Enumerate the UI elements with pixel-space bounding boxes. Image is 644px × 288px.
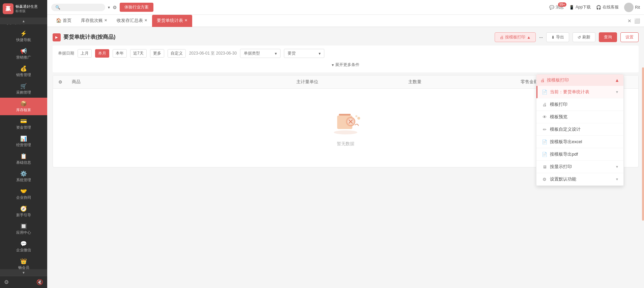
chevron-down-icon: ▾	[275, 51, 277, 56]
app-name: 畅赢通好生意	[16, 4, 38, 9]
sidebar-item-sales[interactable]: 💰 销售管理	[0, 63, 47, 80]
mute-icon[interactable]: 🔇	[36, 279, 43, 285]
sidebar-item-basic[interactable]: 📋 基础信息	[0, 150, 47, 168]
refresh-button[interactable]: ↺ 刷新	[573, 32, 595, 42]
expand-more-btn[interactable]: ▾ 展开更多条件	[329, 61, 362, 69]
sidebar-item-marketing[interactable]: 📢 营销推广	[0, 45, 47, 63]
template-print-item[interactable]: 🖨 模板打印	[536, 98, 623, 111]
date-custom[interactable]: 自定义	[168, 49, 186, 58]
topbar-search-box[interactable]: 🔍	[51, 4, 105, 11]
tab-close-icon[interactable]: ✕	[184, 18, 187, 23]
date-last-month[interactable]: 上月	[78, 49, 92, 58]
tabs-right: ✕ ⬜	[627, 18, 640, 24]
sidebar-item-label: 快捷导航	[16, 37, 31, 42]
date-last-7days[interactable]: 近7天	[130, 49, 147, 58]
topbar-dropdown[interactable]: ▾	[108, 5, 110, 10]
settings-icon[interactable]: ⚙	[4, 279, 9, 285]
template-preview-item[interactable]: 👁 模板预览	[536, 111, 623, 123]
svg-point-7	[357, 117, 360, 120]
sidebar-item-system[interactable]: ⚙️ 系统管理	[0, 168, 47, 185]
tab-order-stats[interactable]: 要货单统计表 ✕	[152, 15, 192, 27]
print-template-button[interactable]: 🖨 按模板打印 ▲	[495, 32, 536, 42]
set-default-item[interactable]: ⚙ 设置默认功能 ▾	[536, 173, 623, 186]
guide-icon: 🧭	[20, 205, 27, 212]
display-print-item[interactable]: 🖥 按显示打印 ▾	[536, 161, 623, 173]
date-this-year[interactable]: 本年	[113, 49, 127, 58]
sidebar-item-quick-nav[interactable]: ⚡ 快捷导航	[0, 28, 47, 45]
date-more[interactable]: 更多	[150, 49, 164, 58]
sidebar-item-operation[interactable]: 📊 经营管理	[0, 133, 47, 150]
empty-text: 暂无数据	[337, 141, 354, 147]
print-icon: 🖨	[500, 35, 504, 40]
sidebar-scroll-down[interactable]: ▼	[0, 269, 47, 276]
topbar-gear-icon[interactable]: ⚙	[113, 5, 117, 10]
tab-batch-account[interactable]: 库存批次账 ✕	[76, 15, 112, 27]
expand-sidebar-btn[interactable]: ▶	[53, 33, 61, 41]
unit-label: 主计量单位	[296, 79, 318, 84]
online-service-button[interactable]: 🎧 在线客服	[596, 4, 619, 10]
sidebar-item-guide[interactable]: 🧭 新手引导	[0, 203, 47, 220]
sidebar-item-finance[interactable]: 💳 资金管理	[0, 115, 47, 133]
template-print-label: 模板打印	[550, 101, 567, 107]
filter-row-1: 单据日期 上月 本月 本年 近7天 更多 自定义 2023-06-01 至 20…	[58, 49, 633, 58]
expand-icon: ▾	[332, 63, 334, 67]
col-check: ⚙	[58, 79, 72, 85]
top-actions: 🖨 按模板打印 ▲ ··· ⬇ 导出 ↺ 刷新 查询 设置	[495, 32, 639, 42]
export-icon: ⬇	[551, 35, 555, 40]
goods-type-select[interactable]: 要货 ▾	[284, 49, 324, 58]
sidebar-item-label: 资金管理	[16, 125, 31, 130]
sidebar-item-wechat[interactable]: 💬 企业微信	[0, 238, 47, 255]
filter-bar: 单据日期 上月 本月 本年 近7天 更多 自定义 2023-06-01 至 20…	[53, 45, 639, 72]
date-this-month[interactable]: 本月	[95, 49, 109, 58]
template-design-item[interactable]: ✏ 模板自定义设计	[536, 123, 623, 136]
settings-col-icon[interactable]: ⚙	[58, 79, 62, 85]
sidebar-item-collab[interactable]: 🤝 企业协同	[0, 185, 47, 203]
app-download-button[interactable]: 📱 App下载	[569, 4, 591, 10]
template-print-icon: 🖨	[542, 102, 547, 107]
export-excel-icon: 📄	[542, 139, 547, 145]
sidebar-scroll-up[interactable]: ▲	[0, 18, 47, 24]
tab-home[interactable]: 🏠 首页	[51, 15, 76, 27]
template-preview-label: 模板预览	[550, 114, 567, 120]
tab-expand[interactable]: ⬜	[634, 18, 640, 24]
quick-nav-icon: ⚡	[20, 30, 27, 37]
tab-close-icon[interactable]: ✕	[144, 18, 147, 23]
print-arrow-icon: ▲	[527, 35, 531, 40]
right-scrollbar[interactable]	[642, 67, 644, 221]
trial-button[interactable]: 体验行业方案	[120, 3, 153, 12]
sales-icon: 💰	[20, 65, 27, 72]
tab-receipts-summary[interactable]: 收发存汇总表 ✕	[112, 15, 152, 27]
online-service-label: 在线客服	[603, 4, 619, 10]
app-logo: 赢 畅赢通好生意 标准版	[0, 0, 47, 18]
svg-point-8	[355, 115, 357, 117]
sidebar-item-inventory[interactable]: 📦 库存核算	[0, 98, 47, 115]
export-button[interactable]: ⬇ 导出	[546, 32, 569, 42]
export-pdf-item[interactable]: 📄 按模板导出pdf	[536, 148, 623, 161]
tab-close-icon[interactable]: ✕	[104, 18, 107, 23]
appstore-icon: 🔲	[20, 223, 27, 229]
sidebar-item-purchase[interactable]: 🛒 采购管理	[0, 80, 47, 98]
print-dropdown-close[interactable]: ▲	[615, 77, 619, 83]
date-label: 单据日期	[58, 51, 74, 56]
print-label: 按模板打印	[505, 34, 525, 40]
export-excel-item[interactable]: 📄 按模板导出excel	[536, 136, 623, 148]
svg-point-0	[334, 130, 357, 134]
sidebar-item-label: 系统管理	[16, 178, 31, 183]
messages-button[interactable]: 💬 消息 99+	[549, 4, 564, 10]
sidebar-item-label: 企业协同	[16, 195, 31, 200]
app-version: 标准版	[16, 9, 38, 13]
sidebar-item-appstore[interactable]: 🔲 应用中心	[0, 220, 47, 238]
settings-button[interactable]: 设置	[620, 32, 639, 42]
user-avatar[interactable]: Rit	[624, 3, 640, 12]
current-template-item[interactable]: 📄 当前：要货单统计表 ▾	[536, 86, 623, 98]
type-select[interactable]: 单据类型 ▾	[240, 49, 281, 58]
print-dropdown-title: 按模板打印	[547, 77, 569, 83]
tab-close-all[interactable]: ✕	[627, 18, 632, 24]
sidebar-bottom: ⚙ 🔇	[0, 276, 47, 288]
query-button[interactable]: 查询	[599, 32, 617, 42]
settings-label: 设置	[625, 34, 634, 40]
export-excel-label: 按模板导出excel	[550, 139, 582, 145]
display-print-label: 按显示打印	[550, 164, 572, 170]
arrow-icon: ▾	[616, 90, 618, 94]
export-pdf-icon: 📄	[542, 152, 547, 157]
